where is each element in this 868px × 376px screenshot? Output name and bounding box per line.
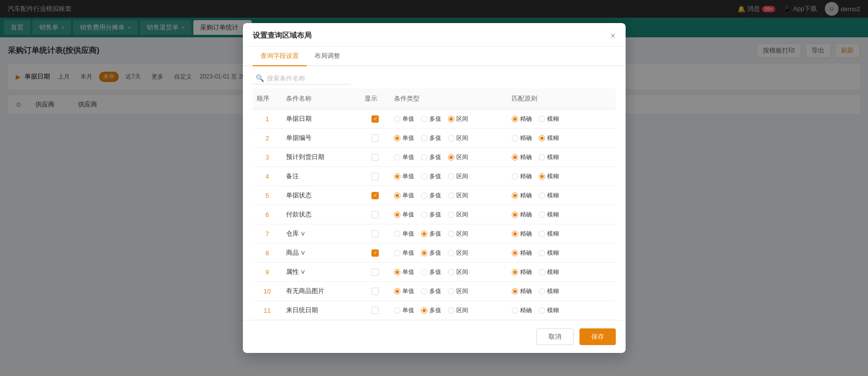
type-radio[interactable]: [421, 116, 427, 122]
type-radio-item[interactable]: 多值: [421, 115, 441, 123]
match-radio[interactable]: [539, 250, 545, 256]
match-radio[interactable]: [539, 269, 545, 275]
type-radio[interactable]: [394, 231, 400, 237]
tab-layout[interactable]: 布局调整: [307, 47, 348, 66]
match-radio-item[interactable]: 模糊: [539, 153, 559, 161]
type-radio[interactable]: [394, 154, 400, 161]
type-radio[interactable]: [394, 288, 400, 295]
type-radio[interactable]: [394, 212, 400, 218]
type-radio[interactable]: [421, 154, 427, 161]
match-radio[interactable]: [512, 269, 518, 275]
match-radio-item[interactable]: 精确: [512, 230, 532, 238]
display-checkbox[interactable]: [371, 211, 379, 218]
display-checkbox[interactable]: [371, 307, 379, 314]
type-radio[interactable]: [394, 116, 400, 122]
match-radio-item[interactable]: 精确: [512, 268, 532, 276]
match-radio[interactable]: [539, 135, 545, 141]
type-radio-item[interactable]: 区间: [448, 211, 468, 219]
tab-query-field[interactable]: 查询字段设置: [253, 47, 307, 66]
type-radio[interactable]: [421, 250, 427, 256]
match-radio[interactable]: [512, 307, 518, 314]
type-radio[interactable]: [448, 288, 454, 295]
type-radio-item[interactable]: 多值: [421, 172, 441, 181]
type-radio[interactable]: [394, 307, 400, 314]
match-radio-item[interactable]: 精确: [512, 191, 532, 200]
type-radio[interactable]: [448, 231, 454, 237]
match-radio[interactable]: [512, 173, 518, 180]
type-radio-item[interactable]: 区间: [448, 134, 468, 142]
type-radio-item[interactable]: 多值: [421, 153, 441, 161]
type-radio[interactable]: [448, 173, 454, 180]
display-checkbox[interactable]: [371, 230, 379, 238]
save-button[interactable]: 保存: [579, 328, 616, 345]
match-radio-item[interactable]: 模糊: [539, 134, 559, 142]
type-radio[interactable]: [448, 116, 454, 122]
type-radio[interactable]: [448, 307, 454, 314]
type-radio[interactable]: [421, 135, 427, 141]
type-radio-item[interactable]: 区间: [448, 230, 468, 238]
type-radio[interactable]: [421, 288, 427, 295]
type-radio-item[interactable]: 多值: [421, 287, 441, 295]
type-radio-item[interactable]: 单值: [394, 211, 414, 219]
match-radio-item[interactable]: 精确: [512, 134, 532, 142]
display-checkbox[interactable]: [371, 134, 379, 142]
type-radio-item[interactable]: 区间: [448, 268, 468, 276]
match-radio-item[interactable]: 精确: [512, 249, 532, 257]
type-radio-item[interactable]: 单值: [394, 249, 414, 257]
search-input[interactable]: [267, 75, 345, 82]
match-radio[interactable]: [539, 192, 545, 199]
type-radio-item[interactable]: 区间: [448, 153, 468, 161]
display-checkbox[interactable]: [371, 269, 379, 276]
type-radio[interactable]: [394, 192, 400, 199]
type-radio-item[interactable]: 区间: [448, 191, 468, 200]
type-radio[interactable]: [448, 192, 454, 199]
dialog-close-button[interactable]: ×: [610, 31, 616, 40]
type-radio[interactable]: [421, 192, 427, 199]
type-radio[interactable]: [394, 250, 400, 256]
type-radio-item[interactable]: 单值: [394, 134, 414, 142]
type-radio-item[interactable]: 区间: [448, 172, 468, 181]
display-checkbox[interactable]: [371, 192, 379, 199]
match-radio[interactable]: [512, 231, 518, 237]
match-radio-item[interactable]: 模糊: [539, 249, 559, 257]
cancel-button[interactable]: 取消: [536, 328, 574, 345]
match-radio-item[interactable]: 精确: [512, 306, 532, 315]
type-radio-item[interactable]: 单值: [394, 230, 414, 238]
type-radio[interactable]: [448, 250, 454, 256]
match-radio[interactable]: [539, 231, 545, 237]
match-radio[interactable]: [539, 212, 545, 218]
type-radio[interactable]: [421, 307, 427, 314]
match-radio[interactable]: [539, 154, 545, 161]
type-radio[interactable]: [448, 135, 454, 141]
match-radio[interactable]: [512, 288, 518, 295]
match-radio[interactable]: [512, 192, 518, 199]
display-checkbox[interactable]: [371, 115, 379, 123]
type-radio[interactable]: [448, 212, 454, 218]
type-radio[interactable]: [448, 269, 454, 275]
type-radio-item[interactable]: 单值: [394, 172, 414, 181]
match-radio[interactable]: [539, 173, 545, 180]
display-checkbox[interactable]: [371, 249, 379, 257]
match-radio[interactable]: [512, 212, 518, 218]
type-radio-item[interactable]: 多值: [421, 191, 441, 200]
match-radio-item[interactable]: 模糊: [539, 268, 559, 276]
match-radio[interactable]: [512, 250, 518, 256]
match-radio-item[interactable]: 精确: [512, 153, 532, 161]
type-radio-item[interactable]: 多值: [421, 211, 441, 219]
match-radio-item[interactable]: 模糊: [539, 211, 559, 219]
type-radio[interactable]: [421, 231, 427, 237]
match-radio-item[interactable]: 模糊: [539, 287, 559, 295]
type-radio-item[interactable]: 单值: [394, 115, 414, 123]
type-radio-item[interactable]: 单值: [394, 191, 414, 200]
display-checkbox[interactable]: [371, 173, 379, 180]
match-radio[interactable]: [512, 154, 518, 161]
type-radio-item[interactable]: 区间: [448, 115, 468, 123]
type-radio-item[interactable]: 区间: [448, 306, 468, 315]
type-radio[interactable]: [394, 135, 400, 141]
type-radio[interactable]: [421, 269, 427, 275]
match-radio-item[interactable]: 精确: [512, 287, 532, 295]
match-radio-item[interactable]: 精确: [512, 211, 532, 219]
match-radio-item[interactable]: 模糊: [539, 115, 559, 123]
match-radio-item[interactable]: 模糊: [539, 306, 559, 315]
match-radio-item[interactable]: 模糊: [539, 172, 559, 181]
